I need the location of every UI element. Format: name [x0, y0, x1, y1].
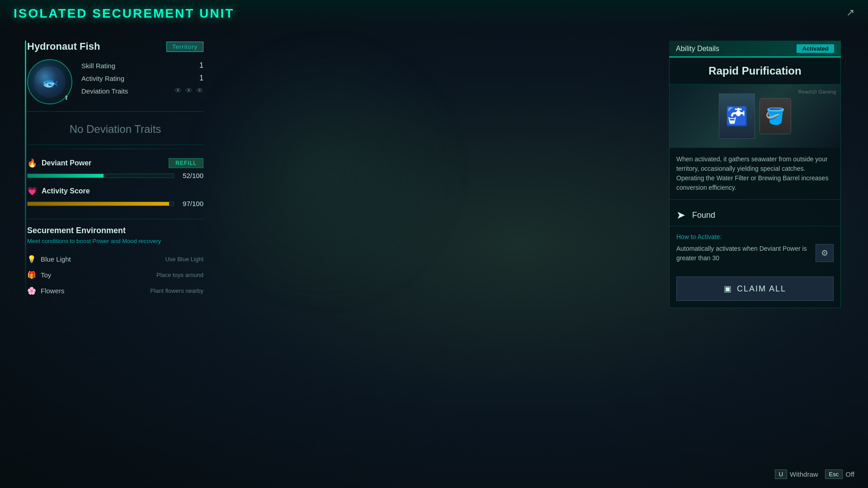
env-item-flowers-left: 🌸 Flowers — [27, 286, 65, 295]
activity-rating-row: Activity Rating 1 — [81, 72, 203, 84]
ability-name: Rapid Purification — [670, 58, 840, 84]
how-to-activate-label: How to Activate: — [676, 233, 834, 240]
blue-light-action: Use Blue Light — [165, 256, 203, 263]
watermark-text: Reach2r Gaming — [798, 89, 836, 94]
upload-icon[interactable]: ⬆ — [64, 94, 69, 101]
fish-avatar: 🐟 ⬆ — [27, 59, 72, 104]
ability-description: When activated, it gathers seawater from… — [670, 148, 840, 200]
bottom-controls: U Withdraw Esc Off — [775, 469, 854, 479]
securement-title: Securement Environment — [27, 226, 203, 235]
activate-section: How to Activate: Automatically activates… — [670, 226, 840, 270]
cursor-icon: ➤ — [676, 209, 685, 221]
fish-header: Hydronaut Fish Territory — [27, 41, 203, 52]
skill-rating-value: 1 — [199, 61, 203, 70]
ability-details-header: Ability Details Activated — [669, 41, 841, 57]
deviant-power-section: 🔥 Deviant Power REFILL 52/100 💗 Activity… — [27, 158, 203, 207]
env-item-blue-light-left: 💡 Blue Light — [27, 255, 71, 263]
activity-score-label: Activity Score — [42, 187, 90, 195]
separator-1 — [27, 149, 203, 149]
fish-card: 🐟 ⬆ Skill Rating 1 Activity Rating 1 Dev… — [27, 59, 203, 112]
refill-button[interactable]: REFILL — [169, 158, 203, 168]
ability-image-content: 🚰 🪣 — [719, 94, 791, 139]
env-item-flowers: 🌸 Flowers Plant flowers nearby — [27, 283, 203, 299]
securement-subtitle: Meet conditions to boost Power and Mood … — [27, 238, 203, 244]
toy-label: Toy — [41, 271, 51, 279]
claim-all-button[interactable]: ▣ CLAIM ALL — [676, 277, 834, 301]
left-accent-border — [25, 41, 26, 303]
brewing-barrel-icon: 🪣 — [760, 98, 791, 134]
activity-score-bar-container — [27, 202, 174, 206]
right-panel: Ability Details Activated Rapid Purifica… — [669, 41, 841, 308]
toy-icon: 🎁 — [27, 271, 36, 279]
blue-light-icon: 💡 — [27, 255, 36, 263]
heart-icon: 💗 — [27, 186, 37, 196]
off-key[interactable]: Esc — [825, 469, 843, 479]
deviant-power-value: 52/100 — [179, 172, 203, 179]
fish-name: Hydronaut Fish — [27, 41, 100, 52]
left-panel: Hydronaut Fish Territory 🐟 ⬆ Skill Ratin… — [27, 41, 203, 299]
eye-icon-1: 👁 — [175, 87, 182, 95]
deviation-traits-label: Deviation Traits — [81, 87, 128, 95]
bg-blur — [190, 36, 461, 307]
deviant-power-bar-container — [27, 174, 174, 178]
territory-badge: Territory — [166, 42, 203, 52]
off-label: Off — [845, 470, 854, 478]
eye-icon-2: 👁 — [185, 87, 193, 95]
activated-badge: Activated — [797, 44, 834, 53]
deviant-power-text: Deviant Power — [42, 159, 91, 167]
ability-details-title: Ability Details — [676, 45, 719, 53]
claim-all-icon: ▣ — [724, 284, 732, 294]
found-text: Found — [692, 211, 715, 220]
share-icon[interactable]: ↗ — [846, 7, 854, 19]
ability-image: 🚰 🪣 Reach2r Gaming — [670, 84, 840, 148]
flame-icon: 🔥 — [27, 158, 37, 168]
withdraw-control: U Withdraw — [775, 469, 818, 479]
activity-score-bar-fill — [28, 202, 169, 206]
flowers-icon: 🌸 — [27, 286, 36, 295]
skill-rating-label: Skill Rating — [81, 62, 115, 70]
env-item-toy-left: 🎁 Toy — [27, 271, 51, 279]
title-bar: ISOLATED SECUREMENT UNIT ↗ — [0, 0, 868, 27]
activate-description: Automatically activates when Deviant Pow… — [676, 244, 811, 263]
deviation-icons: 👁 👁 👁 — [175, 87, 203, 95]
withdraw-key[interactable]: U — [775, 469, 787, 479]
activity-score-bar-row: 97/100 — [27, 200, 203, 207]
eye-icon-3: 👁 — [196, 87, 203, 95]
activate-content: Automatically activates when Deviant Pow… — [676, 244, 834, 263]
fish-avatar-image: 🐟 — [34, 66, 66, 98]
no-deviation-text: No Deviation Traits — [27, 112, 203, 145]
env-item-blue-light: 💡 Blue Light Use Blue Light — [27, 251, 203, 267]
activity-score-header: 💗 Activity Score — [27, 186, 203, 196]
blue-light-label: Blue Light — [41, 255, 71, 263]
activity-rating-label: Activity Rating — [81, 75, 124, 82]
page-title: ISOLATED SECUREMENT UNIT — [14, 6, 234, 21]
deviant-power-bar-fill — [28, 174, 104, 178]
securement-section: Securement Environment Meet conditions t… — [27, 219, 203, 299]
off-control: Esc Off — [825, 469, 854, 479]
activity-rating-value: 1 — [199, 74, 203, 82]
found-section: ➤ Found — [670, 200, 840, 226]
deviation-traits-row: Deviation Traits 👁 👁 👁 — [81, 84, 203, 97]
toy-action: Place toys around — [156, 272, 203, 278]
withdraw-label: Withdraw — [790, 470, 818, 478]
deviant-power-bar-row: 52/100 — [27, 172, 203, 179]
flowers-action: Plant flowers nearby — [150, 287, 203, 294]
claim-all-label: CLAIM ALL — [737, 284, 786, 294]
deviant-power-label: 🔥 Deviant Power — [27, 158, 91, 168]
deviant-power-header: 🔥 Deviant Power REFILL — [27, 158, 203, 168]
flowers-label: Flowers — [41, 287, 65, 295]
fish-stats: Skill Rating 1 Activity Rating 1 Deviati… — [81, 59, 203, 104]
activity-score-value: 97/100 — [179, 200, 203, 207]
ability-card: Rapid Purification 🚰 🪣 Reach2r Gaming Wh… — [669, 57, 841, 308]
skill-rating-row: Skill Rating 1 — [81, 59, 203, 72]
gear-button[interactable]: ⚙ — [816, 244, 834, 262]
water-filter-icon: 🚰 — [719, 94, 755, 139]
env-item-toy: 🎁 Toy Place toys around — [27, 267, 203, 283]
